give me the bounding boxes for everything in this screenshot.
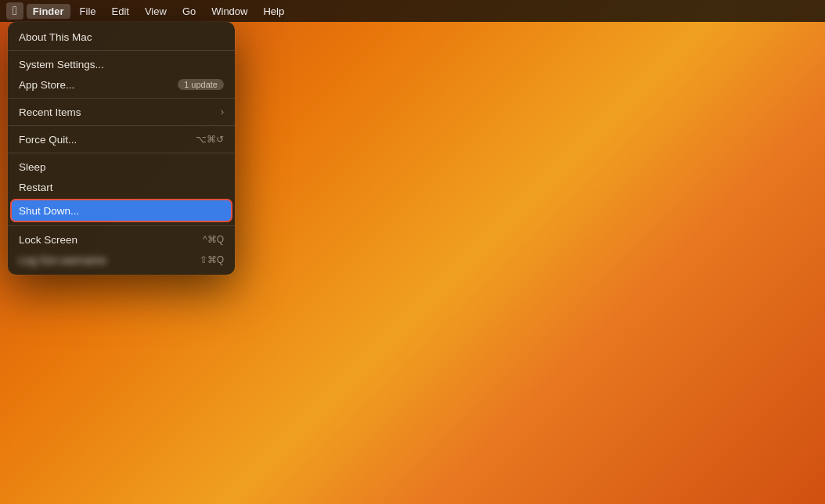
app-store-badge: 1 update	[178, 79, 224, 90]
help-menu[interactable]: Help	[257, 4, 290, 19]
separator-1	[8, 50, 235, 51]
log-out-shortcut: ⇧⌘Q	[200, 254, 224, 265]
separator-2	[8, 98, 235, 99]
finder-menu[interactable]: Finder	[27, 4, 70, 19]
force-quit-shortcut: ⌥⌘↺	[196, 134, 224, 145]
lock-screen-item[interactable]: Lock Screen ^⌘Q	[8, 229, 235, 250]
view-menu[interactable]: View	[139, 4, 173, 19]
recent-items-item[interactable]: Recent Items ›	[8, 102, 235, 122]
sleep-item[interactable]: Sleep	[8, 157, 235, 177]
shutdown-highlight-border: Shut Down...	[10, 199, 232, 222]
menubar:  Finder File Edit View Go Window Help	[0, 0, 825, 22]
about-this-mac-item[interactable]: About This Mac	[8, 27, 235, 47]
separator-5	[8, 225, 235, 226]
recent-items-chevron: ›	[221, 106, 224, 117]
apple-menu-button[interactable]: 	[6, 2, 23, 20]
apple-dropdown-menu: About This Mac System Settings... App St…	[8, 22, 235, 275]
window-menu[interactable]: Window	[205, 4, 254, 19]
app-store-item[interactable]: App Store... 1 update	[8, 74, 235, 95]
log-out-item[interactable]: Log Out username ⇧⌘Q	[8, 250, 235, 270]
system-settings-item[interactable]: System Settings...	[8, 54, 235, 74]
force-quit-item[interactable]: Force Quit... ⌥⌘↺	[8, 129, 235, 149]
go-menu[interactable]: Go	[176, 4, 202, 19]
file-menu[interactable]: File	[74, 4, 103, 19]
edit-menu[interactable]: Edit	[106, 4, 135, 19]
restart-item[interactable]: Restart	[8, 177, 235, 197]
lock-screen-shortcut: ^⌘Q	[203, 234, 224, 245]
separator-4	[8, 153, 235, 153]
separator-3	[8, 125, 235, 126]
shut-down-item[interactable]: Shut Down...	[12, 200, 231, 221]
